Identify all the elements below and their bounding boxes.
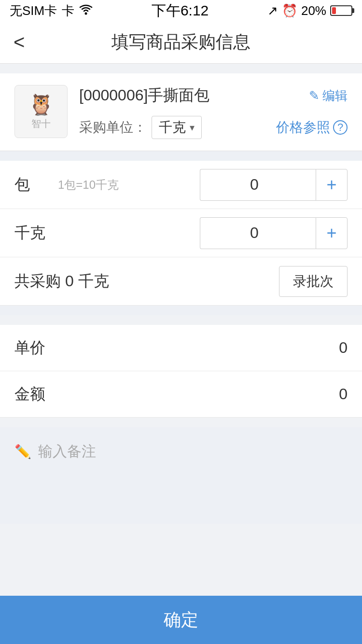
quantity-section: 包 1包=10千克 + 千克 + 共采购 0 千克 录批次 — [0, 161, 362, 306]
bag-label: 包 — [14, 174, 53, 196]
edit-label: 编辑 — [322, 87, 348, 104]
kg-label: 千克 — [14, 223, 53, 244]
footer[interactable]: 确定 — [0, 596, 362, 644]
dropdown-arrow-icon: ▾ — [190, 122, 195, 133]
kg-input-group: + — [200, 217, 348, 249]
status-bar: 无SIM卡 卡 下午6:12 ↗ ⏰ 20% — [0, 0, 362, 21]
product-name: [0000006]手撕面包 — [79, 85, 209, 106]
unit-price-value: 0 — [339, 339, 348, 357]
unit-row: 采购单位： 千克 ▾ 价格参照 ? — [79, 116, 348, 139]
product-info: [0000006]手撕面包 ✎ 编辑 采购单位： 千克 ▾ 价格参照 ? — [79, 85, 348, 139]
pricing-section: 单价 0 金额 0 — [0, 325, 362, 418]
kg-row: 千克 + — [0, 209, 362, 257]
logo-owl-icon: 🦉 — [28, 93, 54, 116]
price-ref-label: 价格参照 — [276, 118, 330, 137]
wifi-icon — [79, 3, 93, 18]
bag-input-group: + — [200, 169, 348, 201]
status-time: 下午6:12 — [152, 1, 209, 21]
location-icon: ↗ — [267, 3, 278, 18]
status-right: ↗ ⏰ 20% — [267, 3, 352, 18]
record-batch-button[interactable]: 录批次 — [279, 266, 348, 297]
confirm-button[interactable]: 确定 — [164, 608, 198, 632]
edit-icon: ✎ — [309, 88, 320, 103]
amount-row: 金额 0 — [0, 371, 362, 418]
amount-value: 0 — [339, 385, 348, 403]
amount-label: 金额 — [14, 384, 45, 405]
note-placeholder-text: 输入备注 — [38, 442, 96, 462]
bag-quantity-input[interactable] — [200, 169, 316, 201]
bag-plus-button[interactable]: + — [316, 169, 348, 201]
price-ref-button[interactable]: 价格参照 ? — [276, 118, 348, 137]
product-name-row: [0000006]手撕面包 ✎ 编辑 — [79, 85, 348, 106]
note-section[interactable]: ✏️ 输入备注 — [0, 427, 362, 524]
edit-button[interactable]: ✎ 编辑 — [309, 87, 348, 104]
summary-row: 共采购 0 千克 录批次 — [0, 257, 362, 306]
total-unit: 千克 — [78, 272, 109, 290]
pencil-icon: ✏️ — [14, 444, 31, 460]
battery-icon — [330, 5, 352, 16]
divider-1 — [0, 151, 362, 161]
unit-select[interactable]: 千克 ▾ — [152, 116, 202, 139]
kg-quantity-input[interactable] — [200, 217, 316, 249]
back-button[interactable]: < — [14, 31, 25, 53]
note-placeholder: ✏️ 输入备注 — [14, 442, 348, 462]
summary-text: 共采购 0 千克 — [14, 271, 109, 292]
product-logo: 🦉 智十 — [14, 85, 68, 138]
alarm-icon: ⏰ — [282, 3, 297, 18]
divider-2 — [0, 306, 362, 315]
unit-price-label: 单价 — [14, 337, 45, 359]
nav-title: 填写商品采购信息 — [111, 30, 251, 54]
footer-spacer — [0, 524, 362, 572]
nav-bar: < 填写商品采购信息 — [0, 21, 362, 64]
total-label: 共采购 — [14, 272, 61, 290]
kg-plus-button[interactable]: + — [316, 217, 348, 249]
svg-point-0 — [85, 12, 87, 14]
total-value: 0 — [65, 272, 74, 290]
bag-row: 包 1包=10千克 + — [0, 161, 362, 209]
unit-price-row: 单价 0 — [0, 325, 362, 371]
sim-icon: 卡 — [62, 2, 74, 19]
bag-sublabel: 1包=10千克 — [58, 177, 119, 193]
logo-text: 智十 — [31, 117, 51, 130]
product-card: 🦉 智十 [0000006]手撕面包 ✎ 编辑 采购单位： 千克 ▾ 价格参照 … — [0, 73, 362, 151]
unit-label: 采购单位： — [79, 118, 147, 137]
help-icon: ? — [333, 120, 348, 135]
carrier-text: 无SIM卡 — [10, 2, 57, 19]
unit-value: 千克 — [159, 118, 186, 137]
status-left: 无SIM卡 卡 — [10, 2, 93, 19]
battery-percent: 20% — [301, 3, 326, 18]
